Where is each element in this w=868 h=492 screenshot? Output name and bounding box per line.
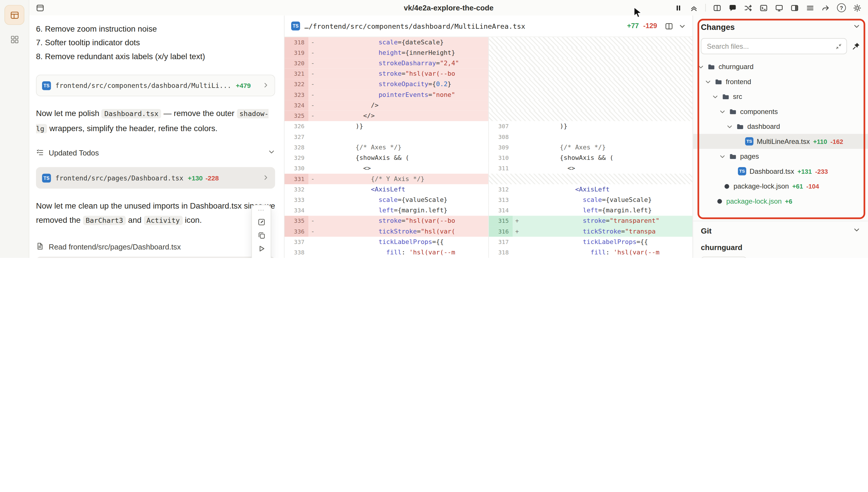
diff-line-old: 337 tickLabelProps={{ — [284, 237, 488, 247]
diff-line-new — [488, 48, 693, 58]
pin-icon[interactable] — [852, 42, 861, 50]
menu-icon[interactable] — [806, 3, 814, 12]
updated-todos-row[interactable]: Updated Todos — [36, 145, 275, 161]
chevron-down-icon[interactable] — [698, 63, 704, 70]
diff-header[interactable]: TS …/frontend/src/components/dashboard/M… — [284, 16, 693, 37]
chevron-down-icon[interactable] — [679, 22, 686, 30]
diff-line-old: 328 {/* Axes */} — [284, 142, 488, 153]
diff-line-new: 313 scale={valueScale} — [488, 195, 693, 205]
diff-line-new — [488, 37, 693, 48]
chevron-down-icon[interactable] — [719, 153, 726, 159]
more-dots-icon[interactable]: ⋯ — [258, 207, 265, 213]
monitor-icon[interactable] — [775, 3, 783, 12]
diff-row: 335- stroke="hsl(var(--bo315+ stroke="tr… — [284, 216, 693, 226]
lines-added: +6 — [785, 198, 792, 204]
diff-body[interactable]: 318- scale={dateScale}319- height={inner… — [284, 37, 693, 258]
terminal-icon[interactable] — [759, 3, 768, 12]
diff-row: 333 scale={valueScale}313 scale={valueSc… — [284, 195, 693, 205]
branch-selector[interactable]: main — [701, 257, 747, 258]
search-input[interactable] — [706, 42, 832, 51]
edit-diff-icon[interactable] — [257, 218, 266, 226]
chevron-down-icon[interactable] — [719, 108, 726, 115]
diff-line-old: 331- {/* Y Axis */} — [284, 174, 488, 184]
tree-file-MultiLineArea.tsx[interactable]: TSMultiLineArea.tsx+110-162 — [693, 134, 868, 149]
sidebar-icon[interactable] — [791, 3, 799, 12]
tree-folder-frontend[interactable]: frontend — [693, 74, 868, 89]
window-title: vk/4e2a-explore-the-code — [404, 3, 493, 12]
frames-icon[interactable] — [36, 3, 44, 12]
file-chip-path: frontend/src/components/dashboard/MultiL… — [55, 81, 231, 89]
diff-panel: TS …/frontend/src/components/dashboard/M… — [284, 16, 693, 258]
diff-line-new: 310 {showAxis && ( — [488, 153, 693, 163]
diff-line-new: 312 <AxisLeft — [488, 184, 693, 195]
file-name: components — [740, 107, 778, 116]
typescript-icon: TS — [42, 173, 51, 182]
shuffle-icon[interactable] — [744, 3, 752, 12]
chevron-down-icon[interactable] — [853, 226, 861, 236]
workspace-icon[interactable] — [4, 5, 24, 25]
diff-line-new: 307 )} — [488, 121, 693, 132]
chat-bubble-icon[interactable] — [728, 3, 737, 12]
branch-row: main 1 ⋯ — [693, 253, 868, 258]
diff-row: 331- {/* Y Axis */} — [284, 174, 693, 184]
diff-line-old: 338 fill: 'hsl(var(--m — [284, 247, 488, 257]
columns-icon[interactable] — [713, 3, 721, 12]
diff-line-new: 311 <> — [488, 163, 693, 174]
diff-line-old: 334 left={margin.left} — [284, 205, 488, 216]
topbar: vk/4e2a-explore-the-code — [29, 0, 868, 16]
changes-section-header[interactable]: Changes — [693, 16, 868, 34]
git-section-header[interactable]: Git — [693, 221, 868, 238]
file-name: MultiLineArea.tsx — [757, 138, 810, 145]
play-icon[interactable] — [257, 245, 266, 253]
tree-folder-src[interactable]: src — [693, 89, 868, 104]
help-icon[interactable]: ? — [837, 3, 846, 12]
pause-icon[interactable] — [674, 3, 683, 12]
git-title: Git — [701, 226, 711, 235]
chevron-down-icon[interactable] — [726, 123, 733, 130]
share-icon[interactable] — [822, 3, 830, 12]
chevron-down-icon[interactable] — [705, 78, 711, 85]
collapse-tree-icon[interactable] — [836, 43, 842, 50]
diff-line-new: 317 tickLabelProps={{ — [488, 237, 693, 247]
diff-line-new: 316+ tickStroke="transpa — [488, 226, 693, 237]
tree-file-Dashboard.tsx[interactable]: TSDashboard.tsx+131-233 — [693, 164, 868, 178]
chat-scroll-area[interactable]: 6. Remove zoom instruction noise7. Softe… — [36, 16, 275, 258]
tree-folder-dashboard[interactable]: dashboard — [693, 119, 868, 134]
chevron-right-icon — [262, 81, 269, 90]
tree-folder-components[interactable]: components — [693, 104, 868, 119]
collapse-icon[interactable] — [690, 3, 698, 12]
chevron-down-icon[interactable] — [712, 93, 719, 100]
file-chip-dashboard-1[interactable]: TS frontend/src/pages/Dashboard.tsx +130… — [36, 167, 275, 189]
diff-row: 318- scale={dateScale} — [284, 37, 693, 48]
diff-row: 332 <AxisLeft312 <AxisLeft — [284, 184, 693, 195]
file-name: src — [733, 93, 742, 100]
diff-line-old: 318- scale={dateScale} — [284, 37, 488, 48]
app-window: ★ 22k 346 vk/4e2a — [0, 0, 868, 258]
diff-row: 325- </> — [284, 110, 693, 121]
tree-file-package-lock.json[interactable]: package-lock.json+61-104 — [693, 179, 868, 194]
gear-icon[interactable] — [853, 3, 862, 12]
tree-folder-churnguard[interactable]: churnguard — [693, 59, 868, 74]
inline-code: BarChart3 — [83, 216, 126, 225]
file-search-box[interactable] — [701, 38, 847, 54]
lines-added: +131 — [797, 168, 812, 175]
file-chip-dashboard-2[interactable]: TS frontend/src/pages/Dashboard.tsx +1 -… — [36, 257, 275, 258]
file-chip-multilinearea[interactable]: TS frontend/src/components/dashboard/Mul… — [36, 75, 275, 96]
chevron-down-icon[interactable] — [853, 22, 861, 32]
changes-title: Changes — [701, 23, 735, 32]
lines-added: +479 — [236, 81, 251, 89]
divider — [705, 4, 706, 11]
chevron-down-icon[interactable] — [268, 148, 275, 157]
grid-icon[interactable] — [9, 35, 19, 44]
tree-file-package-lock.json[interactable]: package-lock.json+6 — [693, 194, 868, 208]
diff-line-new — [488, 90, 693, 100]
read-file-row[interactable]: Read frontend/src/pages/Dashboard.tsx — [36, 240, 275, 253]
split-view-icon[interactable] — [665, 22, 673, 30]
diff-line-new: 315+ stroke="transparent" — [488, 216, 693, 226]
folder-icon — [707, 63, 715, 71]
diff-row: 330 <>311 <> — [284, 163, 693, 174]
diff-line-old: 324- /> — [284, 100, 488, 110]
copy-icon[interactable] — [257, 231, 266, 240]
diff-row: 336- tickStroke="hsl(var(316+ tickStroke… — [284, 226, 693, 237]
tree-folder-pages[interactable]: pages — [693, 149, 868, 164]
